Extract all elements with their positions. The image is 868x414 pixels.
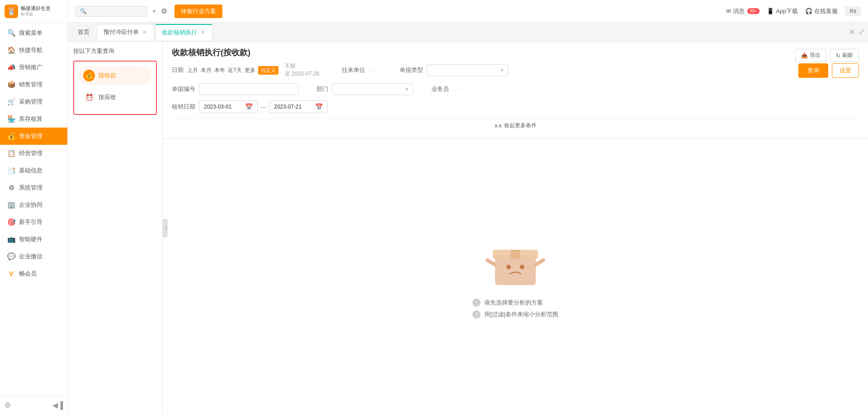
sidebar-item-marketing[interactable]: 📣 营销推广 [0, 59, 67, 76]
filter-panel-collapse-btn[interactable]: 《 [162, 219, 168, 237]
main-area: 🔍 ▾ ⚙ 休验行业方案 ✉ 消息 99+ 📱 App下载 🎧 在线客服 Rit [68, 0, 868, 414]
tabs-right-actions: ✕ ⤢ [849, 28, 864, 36]
topbar-search[interactable]: 🔍 [75, 6, 147, 17]
shortcut-this-month[interactable]: 本月 [201, 67, 212, 74]
tab-receipt-writeoff-close-icon[interactable]: ✕ [200, 29, 206, 36]
by-receivable-icon: ⏰ [83, 91, 95, 103]
empty-illustration [484, 231, 547, 290]
voucher-no-input[interactable] [199, 83, 298, 95]
tab-prepay[interactable]: 预付冲应付单 ✕ [97, 24, 154, 40]
app-download-btn[interactable]: 📱 App下载 [767, 7, 798, 15]
date-separator: — [260, 104, 266, 110]
form-row-1: 日期 上月 本月 本年 近7天 更多 自定义 不限 至 [172, 62, 859, 78]
counterpart-form-item: 往来单位 ··· [342, 66, 377, 74]
filter-options-border: 💰 按收款 ⏰ 按应收 [73, 61, 157, 115]
message-btn[interactable]: ✉ 消息 99+ [726, 7, 760, 15]
export-btn[interactable]: 📤 导出 [795, 49, 826, 62]
sidebar-item-sales[interactable]: 📦 销售管理 [0, 76, 67, 93]
empty-hint-2: 2 用[过滤]条件来缩小分析范围 [472, 310, 558, 319]
shortcut-custom[interactable]: 自定义 [258, 66, 278, 75]
collapse-more-label: 收起更多条件 [504, 122, 537, 129]
refresh-btn[interactable]: ↻ 刷新 [830, 49, 859, 62]
setting-btn[interactable]: 设置 [832, 63, 859, 78]
sidebar-item-wechat[interactable]: 💬 企业微信 [0, 248, 67, 265]
sidebar-item-vip[interactable]: V 畅会员 [0, 265, 67, 282]
collapse-more-btn[interactable]: ∧∧ 收起更多条件 [172, 119, 859, 132]
writeoff-date-form-item: 核销日期 2023-03-01 📅 — 2023-07-21 📅 [172, 100, 328, 113]
calendar-end-icon: 📅 [315, 103, 323, 110]
sidebar-item-finance[interactable]: 💰 资金管理 [0, 128, 67, 145]
topbar-chevron-icon[interactable]: ▾ [153, 8, 156, 14]
sidebar-item-label: 销售管理 [19, 81, 42, 89]
department-select[interactable]: ▾ [332, 83, 413, 95]
sidebar-item-purchase[interactable]: 🛒 采购管理 [0, 93, 67, 110]
writeoff-start-date[interactable]: 2023-03-01 📅 [199, 100, 258, 113]
writeoff-date-label: 核销日期 [172, 103, 195, 111]
shortcut-this-year[interactable]: 本年 [214, 67, 225, 74]
business-input[interactable]: ··· [453, 86, 461, 93]
industry-btn[interactable]: 休验行业方案 [175, 5, 222, 18]
page-title: 收款核销执行(按收款) [172, 47, 250, 58]
business-label: 业务员 [431, 85, 449, 93]
tabs-close-all-icon[interactable]: ✕ [849, 28, 855, 36]
sidebar-logo: 🐰 畅捷通好生意 标准版 [0, 0, 67, 23]
page-main: 收款核销执行(按收款) 📤 导出 ↻ 刷新 [163, 42, 868, 414]
export-icon: 📤 [801, 52, 808, 59]
search-icon: 🔍 [7, 29, 15, 37]
app-label: App下载 [776, 7, 798, 15]
collapse-icon[interactable]: ◀▐ [52, 401, 63, 409]
tabs-expand-icon[interactable]: ⤢ [859, 28, 864, 36]
home-icon: 🏠 [7, 46, 15, 54]
message-icon: ✉ [726, 8, 731, 14]
sidebar-item-system[interactable]: ⚙ 系统管理 [0, 179, 67, 196]
user-profile[interactable]: Rit [845, 6, 861, 16]
wechat-icon: 💬 [7, 252, 15, 261]
sidebar-item-inventory[interactable]: 🏪 库存核算 [0, 110, 67, 128]
sidebar-item-operation[interactable]: 📋 经营管理 [0, 145, 67, 162]
shortcut-last-month[interactable]: 上月 [187, 67, 198, 74]
voucher-no-form-item: 单据编号 [172, 83, 298, 95]
tab-home[interactable]: 首页 [71, 24, 96, 40]
filter-panel: 按以下方案查询 💰 按收款 ⏰ 按应收 《 [68, 42, 163, 414]
tabs-bar: 首页 预付冲应付单 ✕ 收款核销执行 ✕ ✕ ⤢ [68, 23, 868, 42]
tab-receipt-writeoff-label: 收款核销执行 [162, 29, 197, 37]
shortcut-7days[interactable]: 近7天 [228, 67, 242, 74]
settings-icon[interactable]: ⚙ [5, 401, 11, 409]
user-name: Rit [849, 8, 856, 14]
logo-text: 畅捷通好生意 [21, 5, 51, 11]
sidebar-item-label: 企业微信 [19, 252, 42, 261]
date-form-item: 日期 上月 本月 本年 近7天 更多 自定义 不限 至 [172, 62, 319, 78]
logo-icon: 🐰 [5, 5, 18, 18]
department-form-item: 部门 ▾ [316, 83, 413, 95]
empty-hint-1: 1 请先选择要分析的方案 [472, 299, 558, 307]
refresh-icon: ↻ [836, 52, 840, 59]
tab-receipt-writeoff[interactable]: 收款核销执行 ✕ [155, 24, 212, 40]
service-btn[interactable]: 🎧 在线客服 [805, 7, 838, 15]
voucher-type-select[interactable]: ▾ [427, 64, 508, 76]
sidebar-item-search[interactable]: 🔍 搜索菜单 [0, 24, 67, 42]
sidebar-item-label: 新手引导 [19, 218, 42, 226]
writeoff-end-date[interactable]: 2023-07-21 📅 [269, 100, 328, 113]
counterpart-input[interactable]: ··· [369, 67, 377, 74]
shortcut-more[interactable]: 更多 [245, 67, 255, 74]
search-btn[interactable]: 查询 [798, 63, 828, 78]
topbar-gear-icon[interactable]: ⚙ [161, 7, 167, 15]
filter-option-by-receivable[interactable]: ⏰ 按应收 [79, 88, 151, 107]
sidebar-item-label: 采购管理 [19, 98, 42, 106]
sidebar-item-quicknav[interactable]: 🏠 快捷导航 [0, 42, 67, 59]
sidebar-item-basic[interactable]: 📑 基础信息 [0, 162, 67, 179]
sidebar-item-corp[interactable]: 🏢 企业协同 [0, 196, 67, 214]
hardware-icon: 📺 [7, 235, 15, 243]
sidebar-item-guide[interactable]: 🎯 新手引导 [0, 214, 67, 231]
tab-home-label: 首页 [78, 28, 90, 36]
sidebar-item-label: 资金管理 [19, 132, 42, 140]
voucher-type-form-item: 单据类型 ▾ [400, 64, 508, 76]
tab-prepay-close-icon[interactable]: ✕ [142, 29, 147, 36]
by-receipt-icon: 💰 [83, 70, 95, 81]
message-label: 消息 [733, 7, 745, 15]
by-receivable-label: 按应收 [99, 93, 116, 101]
sidebar-item-hardware[interactable]: 📺 智能硬件 [0, 231, 67, 248]
sidebar-item-label: 搜索菜单 [19, 29, 42, 37]
filter-option-by-receipt[interactable]: 💰 按收款 [79, 66, 151, 85]
sidebar-item-label: 系统管理 [19, 184, 42, 192]
